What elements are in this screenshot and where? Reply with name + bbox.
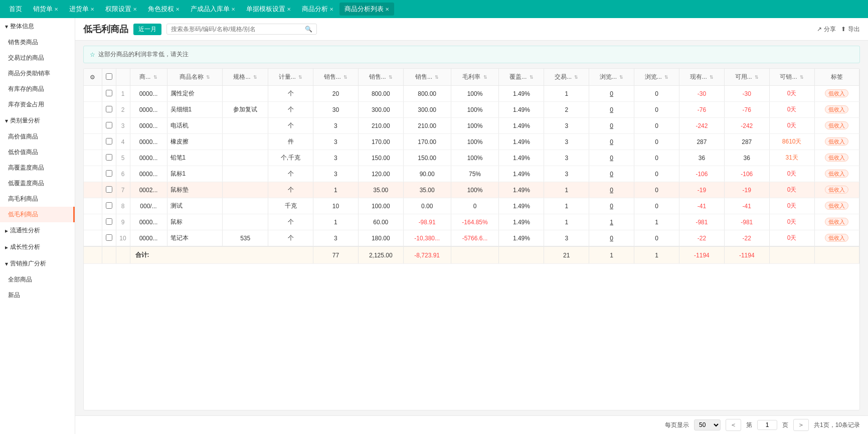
row-tag[interactable]: 低收入 <box>814 230 859 247</box>
row-checkbox[interactable] <box>102 230 116 247</box>
nav-roles[interactable]: 角色授权 ✕ <box>143 3 185 16</box>
row-settings[interactable] <box>84 150 102 166</box>
row-settings[interactable] <box>84 230 102 247</box>
row-checkbox[interactable] <box>102 86 116 102</box>
row-tag[interactable]: 低收入 <box>814 214 859 230</box>
next-page-button[interactable]: ＞ <box>793 419 809 431</box>
row-name[interactable]: 鼠标1 <box>167 166 223 182</box>
column-checkbox[interactable] <box>102 69 116 86</box>
column-coverage[interactable]: 覆盖... ⇅ <box>499 69 544 86</box>
filter-period-button[interactable]: 近一月 <box>133 24 161 35</box>
row-name[interactable]: 鼠标 <box>167 214 223 230</box>
column-trade[interactable]: 交易... ⇅ <box>544 69 589 86</box>
row-select-checkbox[interactable] <box>106 218 112 225</box>
sidebar-item-sales-goods[interactable]: 销售类商品 <box>0 35 75 50</box>
column-current[interactable]: 现有... ⇅ <box>679 69 724 86</box>
row-checkbox[interactable] <box>102 166 116 182</box>
nav-purchase-close[interactable]: ✕ <box>90 7 94 12</box>
column-sales-amount[interactable]: 销售... ⇅ <box>403 69 451 86</box>
row-settings[interactable] <box>84 182 102 198</box>
row-checkbox[interactable] <box>102 150 116 166</box>
page-number-input[interactable] <box>757 420 777 430</box>
row-select-checkbox[interactable] <box>106 186 112 193</box>
row-name[interactable]: 笔记本 <box>167 230 223 247</box>
row-settings[interactable] <box>84 86 102 102</box>
nav-permissions-close[interactable]: ✕ <box>133 7 137 12</box>
column-sales-qty[interactable]: 销售... ⇅ <box>313 69 358 86</box>
row-browse1[interactable]: 0 <box>589 166 634 182</box>
row-settings[interactable] <box>84 214 102 230</box>
row-select-checkbox[interactable] <box>106 90 112 96</box>
sidebar-group-marketing[interactable]: ▾ 营销推广分析 <box>0 255 75 272</box>
column-available[interactable]: 可用... ⇅ <box>724 69 769 86</box>
row-select-checkbox[interactable] <box>106 138 112 144</box>
nav-permissions[interactable]: 权限设置 ✕ <box>100 3 142 16</box>
row-select-checkbox[interactable] <box>106 234 112 241</box>
sidebar-group-growth[interactable]: ▸ 成长性分析 <box>0 239 75 255</box>
row-browse1[interactable]: 0 <box>589 86 634 102</box>
row-browse1[interactable]: 0 <box>589 118 634 134</box>
row-settings[interactable] <box>84 166 102 182</box>
row-tag[interactable]: 低收入 <box>814 150 859 166</box>
row-browse1[interactable]: 1 <box>589 214 634 230</box>
nav-products[interactable]: 产成品入库单 ✕ <box>186 3 240 16</box>
row-name[interactable]: 测试 <box>167 198 223 214</box>
nav-product-analysis[interactable]: 商品分析 ✕ <box>297 3 338 16</box>
row-browse1[interactable]: 0 <box>589 230 634 247</box>
nav-sales-close[interactable]: ✕ <box>54 7 58 12</box>
row-checkbox[interactable] <box>102 198 116 214</box>
row-name[interactable]: 电话机 <box>167 118 223 134</box>
sidebar-group-circulation[interactable]: ▸ 流通性分析 <box>0 222 75 239</box>
row-browse1[interactable]: 0 <box>589 102 634 118</box>
row-name[interactable]: 吴细细1 <box>167 102 223 118</box>
row-select-checkbox[interactable] <box>106 154 112 161</box>
row-tag[interactable]: 低收入 <box>814 86 859 102</box>
row-checkbox[interactable] <box>102 118 116 134</box>
row-tag[interactable]: 低收入 <box>814 182 859 198</box>
nav-product-analysis-list[interactable]: 商品分析列表 ✕ <box>339 3 394 16</box>
nav-home[interactable]: 首页 <box>4 3 27 16</box>
row-checkbox[interactable] <box>102 214 116 230</box>
export-button[interactable]: ⬆ 导出 <box>841 25 860 34</box>
column-saleable[interactable]: 可销... ⇅ <box>769 69 814 86</box>
sidebar-item-new-goods[interactable]: 新品 <box>0 287 75 303</box>
row-settings[interactable] <box>84 134 102 150</box>
row-checkbox[interactable] <box>102 102 116 118</box>
nav-roles-close[interactable]: ✕ <box>176 7 180 12</box>
row-name[interactable]: 属性定价 <box>167 86 223 102</box>
row-select-checkbox[interactable] <box>106 122 112 128</box>
sidebar-item-low-value[interactable]: 低价值商品 <box>0 144 75 160</box>
row-select-checkbox[interactable] <box>106 202 112 209</box>
sidebar-item-category-rate[interactable]: 商品分类助销率 <box>0 66 75 81</box>
sidebar-item-low-margin[interactable]: 低毛利商品 <box>0 207 75 222</box>
sidebar-group-overall[interactable]: ▾ 整体信息 <box>0 18 75 35</box>
row-tag[interactable]: 低收入 <box>814 118 859 134</box>
select-all-checkbox[interactable] <box>106 73 112 80</box>
column-gross-rate[interactable]: 毛利率 ⇅ <box>451 69 499 86</box>
column-sales-price[interactable]: 销售... ⇅ <box>358 69 403 86</box>
search-icon[interactable]: 🔍 <box>305 26 312 33</box>
row-name[interactable]: 鼠标垫 <box>167 182 223 198</box>
sidebar-item-low-coverage[interactable]: 低覆盖度商品 <box>0 176 75 191</box>
column-code[interactable]: 商... ⇅ <box>130 69 167 86</box>
row-settings[interactable] <box>84 118 102 134</box>
row-browse1[interactable]: 0 <box>589 182 634 198</box>
sidebar-item-all-goods[interactable]: 全部商品 <box>0 272 75 287</box>
nav-templates[interactable]: 单据模板设置 ✕ <box>241 3 296 16</box>
column-browse2[interactable]: 浏览... ⇅ <box>634 69 679 86</box>
sidebar-item-high-margin[interactable]: 高毛利商品 <box>0 191 75 207</box>
sidebar-item-inventory-funds[interactable]: 库存资金占用 <box>0 97 75 112</box>
row-tag[interactable]: 低收入 <box>814 134 859 150</box>
row-browse1[interactable]: 0 <box>589 134 634 150</box>
row-browse1[interactable]: 0 <box>589 198 634 214</box>
sidebar-item-high-coverage[interactable]: 高覆盖度商品 <box>0 160 75 176</box>
search-box[interactable]: 🔍 <box>166 24 317 35</box>
row-select-checkbox[interactable] <box>106 106 112 112</box>
share-button[interactable]: ↗ 分享 <box>817 25 836 34</box>
page-size-select[interactable]: 50 100 200 <box>694 419 721 430</box>
column-browse1[interactable]: 浏览... ⇅ <box>589 69 634 86</box>
column-settings[interactable]: ⚙ <box>84 69 102 86</box>
row-tag[interactable]: 低收入 <box>814 102 859 118</box>
row-checkbox[interactable] <box>102 182 116 198</box>
nav-products-close[interactable]: ✕ <box>231 7 235 12</box>
